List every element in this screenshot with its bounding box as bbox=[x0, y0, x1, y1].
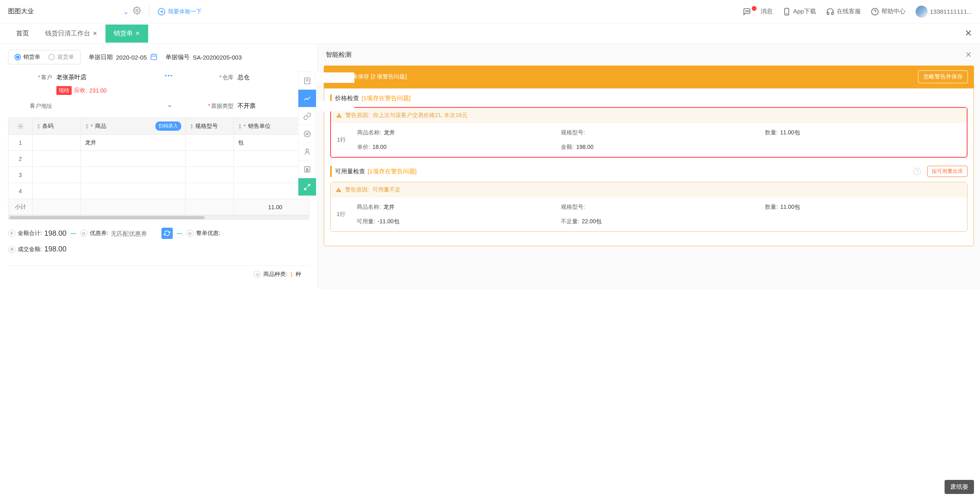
panel-close-icon[interactable]: ✕ bbox=[965, 50, 972, 60]
deal-icon: ⊗ bbox=[8, 246, 15, 253]
settle-badge: 现结 bbox=[56, 86, 72, 95]
strip-exchange-icon[interactable] bbox=[298, 125, 316, 143]
availability-warning-box: 警告原因: 可用量不足 1行 商品名称:龙井 规格型号: 数量:11.00包 可… bbox=[330, 182, 968, 232]
tab-bar: 首页 钱货日清工作台 ✕ 销货单 ✕ ✕ bbox=[0, 23, 980, 43]
tab-workbench[interactable]: 钱货日清工作台 ✕ bbox=[37, 25, 105, 43]
top-header: 图图大业 ⌄ 我要体验一下 消息 App下载 在线客服 帮助中心 1338111… bbox=[0, 0, 980, 23]
col-barcode[interactable]: ▲▼条码 bbox=[33, 118, 81, 134]
availability-check-title: 可用量检查 [1项存在警告问题] ? 按可用量出库 bbox=[330, 166, 968, 177]
doc-code-field: 单据编号 SA-20200205-003 bbox=[165, 54, 242, 61]
refresh-coupon-button[interactable] bbox=[161, 228, 173, 239]
radio-sales-order[interactable]: 销货单 bbox=[14, 54, 40, 61]
order-discount: ⊘ 整单优惠: bbox=[186, 230, 220, 237]
table-settings-icon[interactable] bbox=[8, 118, 33, 134]
col-spec[interactable]: ▲▼规格型号 bbox=[186, 118, 234, 134]
doc-meta-row: 销货单 退货单 单据日期 2020-02-05 单据编号 SA-20200205… bbox=[8, 50, 309, 64]
subtotal-row: 小计 11.00 bbox=[8, 199, 309, 215]
detail-available: 可用量:-11.00包 bbox=[357, 218, 553, 225]
warning-banner: 单据未保存 [2 项警告问题] 忽略警告并保存 bbox=[324, 66, 974, 88]
messages-link[interactable]: 消息 bbox=[743, 8, 773, 16]
doc-date-value[interactable]: 2020-02-05 bbox=[116, 54, 147, 61]
doc-date-field: 单据日期 2020-02-05 bbox=[89, 53, 157, 62]
availability-check-section: 可用量检查 [1项存在警告问题] ? 按可用量出库 警告原因: 可用量不足 1行 bbox=[330, 166, 968, 232]
bottom-bar: ⊙ 商品种类: 1 种 bbox=[8, 265, 309, 283]
yen-icon: ¥ bbox=[8, 230, 15, 237]
scan-entry-button[interactable]: 扫码录入 bbox=[155, 121, 181, 131]
doc-type-radio-group: 销货单 退货单 bbox=[8, 50, 81, 64]
close-icon[interactable]: ✕ bbox=[93, 30, 97, 37]
company-name: 图图大业 bbox=[8, 7, 120, 16]
svg-point-3 bbox=[747, 10, 748, 11]
doc-code-value: SA-20200205-003 bbox=[193, 54, 242, 61]
calendar-icon[interactable] bbox=[150, 53, 157, 62]
panel-header: 智能检测 ✕ bbox=[318, 44, 980, 66]
detail-amount: 金额:198.00 bbox=[561, 144, 757, 151]
ticket-icon: ⊘ bbox=[80, 230, 87, 237]
svg-point-0 bbox=[136, 10, 138, 12]
table-header: ▲▼条码 ▲▼*商品扫码录入 ▲▼规格型号 ▲▼*销售单位 bbox=[8, 118, 309, 135]
strip-expand-icon[interactable] bbox=[298, 178, 316, 196]
tab-home[interactable]: 首页 bbox=[8, 25, 37, 43]
settings-gear-icon[interactable] bbox=[133, 6, 141, 16]
detail-spec: 规格型号: bbox=[561, 129, 757, 136]
help-icon[interactable]: ? bbox=[914, 168, 921, 175]
ignore-save-button[interactable]: 忽略警告并保存 bbox=[918, 70, 968, 83]
try-link-label: 我要体验一下 bbox=[168, 8, 202, 15]
radio-return-order[interactable]: 退货单 bbox=[48, 54, 74, 61]
svg-point-18 bbox=[306, 149, 309, 152]
strip-person-icon[interactable] bbox=[298, 143, 316, 161]
customer-label: *客户 bbox=[8, 74, 56, 81]
detail-quantity: 数量:11.00包 bbox=[765, 204, 961, 211]
detail-product-name: 商品名称:龙井 bbox=[357, 204, 553, 211]
close-icon[interactable]: ✕ bbox=[135, 30, 140, 37]
online-service-link[interactable]: 在线客服 bbox=[826, 8, 861, 16]
table-row[interactable]: 1 龙井 包 bbox=[8, 135, 309, 151]
warehouse-input[interactable] bbox=[238, 72, 354, 83]
total-amount: ¥ 金额合计: 198.00 bbox=[8, 229, 66, 238]
horizontal-scrollbar[interactable] bbox=[8, 215, 309, 219]
customer-input[interactable] bbox=[56, 72, 173, 83]
table-row[interactable]: 3 bbox=[8, 167, 309, 183]
invoice-label: *票据类型 bbox=[189, 103, 238, 110]
form-panel: 销货单 退货单 单据日期 2020-02-05 单据编号 SA-20200205… bbox=[0, 43, 317, 289]
user-menu[interactable]: 13381111111... bbox=[916, 6, 972, 18]
smart-check-panel: 智能检测 ✕ 单据未保存 [2 项警告问题] 忽略警告并保存 价格检查 [1项存… bbox=[317, 43, 980, 289]
address-input[interactable] bbox=[56, 101, 173, 111]
summary-section: ¥ 金额合计: 198.00 — ⊘ 优惠券: — ⊘ 整单优惠: bbox=[8, 228, 309, 253]
tab-bar-close-icon[interactable]: ✕ bbox=[965, 28, 972, 39]
col-product[interactable]: ▲▼*商品扫码录入 bbox=[81, 118, 186, 134]
divider bbox=[149, 6, 149, 18]
table-row[interactable]: 4 bbox=[8, 183, 309, 199]
address-label: 客户地址 bbox=[8, 103, 56, 110]
price-warning-box: 警告原因: 你上次与该客户交易价格21, 本次18元 1行 商品名称:龙井 规格… bbox=[330, 107, 968, 158]
strip-doc-icon[interactable] bbox=[298, 72, 316, 90]
row-tag: 1行 bbox=[337, 204, 357, 225]
ship-by-available-button[interactable]: 按可用量出库 bbox=[927, 166, 968, 177]
tab-sales-order[interactable]: 销货单 ✕ bbox=[105, 25, 148, 43]
app-download-link[interactable]: App下载 bbox=[783, 8, 816, 16]
detail-quantity: 数量:11.00包 bbox=[765, 129, 961, 136]
strip-currency-icon[interactable] bbox=[298, 161, 316, 178]
col-unit[interactable]: ▲▼*销售单位 bbox=[234, 118, 286, 134]
notification-badge-icon bbox=[752, 6, 757, 11]
receivable-label: 应收: bbox=[74, 87, 87, 94]
avatar-icon bbox=[916, 6, 928, 18]
strip-chart-icon[interactable] bbox=[298, 90, 316, 107]
radio-unchecked-icon bbox=[48, 54, 55, 60]
detail-unit-price: 单价:18.00 bbox=[357, 144, 553, 151]
company-selector[interactable]: 图图大业 ⌄ bbox=[8, 7, 129, 16]
try-experience-link[interactable]: 我要体验一下 bbox=[157, 8, 202, 16]
row-tag: 1行 bbox=[337, 129, 357, 151]
panel-title: 智能检测 bbox=[326, 51, 351, 59]
coupon-input[interactable] bbox=[111, 230, 159, 237]
detail-spec: 规格型号: bbox=[561, 204, 757, 211]
table-row[interactable]: 2 bbox=[8, 151, 309, 167]
price-check-section: 价格检查 [1项存在警告问题] 警告原因: 你上次与该客户交易价格21, 本次1… bbox=[330, 95, 968, 158]
chevron-down-icon: ⌄ bbox=[123, 7, 129, 16]
radio-checked-icon bbox=[14, 54, 21, 60]
help-center-link[interactable]: 帮助中心 bbox=[871, 8, 906, 16]
invoice-input[interactable] bbox=[238, 101, 354, 111]
coupon-field: ⊘ 优惠券: bbox=[80, 228, 173, 239]
discount-icon: ⊘ bbox=[186, 230, 194, 237]
strip-link-icon[interactable] bbox=[298, 107, 316, 125]
